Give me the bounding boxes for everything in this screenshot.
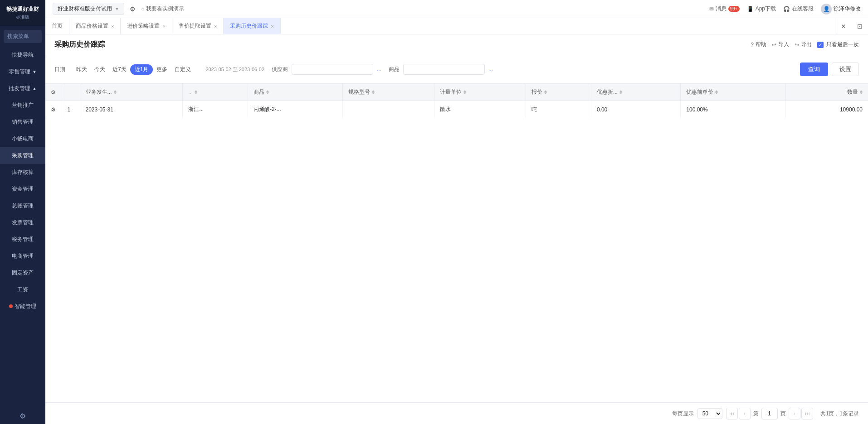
help-button[interactable]: ? 帮助 [751, 41, 766, 48]
sort-date-icon [114, 90, 117, 94]
sidebar-item-retail[interactable]: 零售管理 ▼ [0, 63, 45, 80]
supplier-filter: 供应商 ... [272, 64, 381, 75]
demo-label: 我要看实例演示 [146, 5, 184, 13]
row-unit-price: 10900.00 [785, 101, 868, 118]
date-btn-1month[interactable]: 近1月 [130, 64, 153, 75]
col-quantity[interactable]: 数量 [785, 84, 868, 101]
col-index [62, 84, 80, 101]
page-content: 采购历史价跟踪 ? 帮助 ↩ 导入 ↪ 导出 ✓ 只看最后一次 [45, 34, 868, 424]
sidebar-item-ecom-light[interactable]: 小畅电商 [0, 130, 45, 147]
avatar: 👤 [821, 4, 832, 14]
online-service-button[interactable]: 🎧 在线客服 [783, 5, 814, 13]
product-name: 好业财标准版交付试用 [58, 5, 112, 13]
sidebar-item-finance[interactable]: 资金管理 [0, 181, 45, 198]
date-btn-today[interactable]: 今天 [91, 64, 109, 75]
dropdown-arrow-icon: ▼ [115, 6, 119, 11]
col-spec[interactable]: 规格型号 [342, 84, 434, 101]
tabbar-controls: ✕ ⊡ [835, 18, 868, 34]
sidebar-item-tax[interactable]: 税务管理 [0, 231, 45, 248]
only-last-label: 只看最后一次 [826, 41, 859, 48]
tab-price-close[interactable]: × [111, 24, 114, 29]
first-page-btn[interactable]: ⏮ [726, 408, 738, 419]
tab-home[interactable]: 首页 [45, 18, 69, 34]
col-date[interactable]: 业务发生... [80, 84, 183, 101]
search-menu-button[interactable]: 搜索菜单 [4, 30, 42, 43]
date-btn-7days[interactable]: 近7天 [109, 64, 130, 75]
import-button[interactable]: ↩ 导入 [772, 41, 789, 48]
row-gear[interactable]: ⚙ [45, 101, 62, 118]
sidebar-item-wholesale[interactable]: 批发管理 ▲ [0, 80, 45, 97]
page-suffix-label: 页 [780, 410, 786, 418]
only-last-checkbox[interactable]: ✓ [817, 42, 824, 48]
product-label: 商品 [389, 66, 400, 73]
next-page-btn[interactable]: › [789, 408, 800, 419]
red-dot-icon [9, 304, 13, 308]
tab-price-label: 商品价格设置 [76, 22, 108, 30]
help-label: 帮助 [756, 41, 766, 48]
prev-page-btn[interactable]: ‹ [739, 408, 751, 419]
tab-sale-close[interactable]: × [214, 24, 217, 29]
query-button[interactable]: 查询 [800, 63, 828, 76]
sidebar-item-invoice[interactable]: 发票管理 [0, 214, 45, 231]
sidebar-item-ecom[interactable]: 电商管理 [0, 248, 45, 265]
sidebar-item-payroll[interactable]: 工资 [0, 281, 45, 298]
sidebar-item-purchase[interactable]: 采购管理 [0, 147, 45, 164]
per-page-label: 每页显示 [672, 410, 694, 418]
tab-strategy[interactable]: 进价策略设置 × [121, 18, 172, 34]
tab-history[interactable]: 采购历史价跟踪 × [224, 18, 280, 34]
demo-button[interactable]: 我要看实例演示 [141, 5, 184, 13]
product-input[interactable] [403, 64, 485, 75]
sidebar-item-assets[interactable]: 固定资产 [0, 265, 45, 281]
date-filter-label: 日期 [54, 66, 65, 73]
sort-price-icon [544, 90, 547, 94]
product-filter: 商品 ... [389, 64, 493, 75]
topbar-settings-icon[interactable]: ⚙ [130, 5, 136, 13]
col-gear[interactable]: ⚙ [45, 84, 62, 101]
supplier-input[interactable] [292, 64, 373, 75]
col-price[interactable]: 报价 [526, 84, 591, 101]
settings-button[interactable]: 设置 [832, 63, 859, 76]
sort-discount-icon [619, 90, 622, 94]
message-button[interactable]: ✉ 消息 99+ [709, 5, 740, 13]
tab-sale[interactable]: 售价提取设置 × [172, 18, 224, 34]
col-product[interactable]: 商品 [248, 84, 342, 101]
date-btn-more[interactable]: 更多 [153, 64, 171, 75]
sidebar-item-inventory[interactable]: 库存核算 [0, 164, 45, 181]
tab-sale-label: 售价提取设置 [179, 22, 211, 30]
date-btn-custom[interactable]: 自定义 [171, 64, 195, 75]
col-unit[interactable]: 计量单位 [434, 84, 526, 101]
page-number-input[interactable] [761, 408, 778, 419]
sidebar-item-smart[interactable]: 智能管理 [0, 298, 45, 315]
per-page-select[interactable]: 10 20 50 100 [697, 408, 722, 419]
row-unit: 散水 [434, 101, 526, 118]
pagination-nav: ⏮ ‹ 第 页 › ⏭ [726, 408, 813, 419]
col-extra[interactable]: ... [183, 84, 248, 101]
sidebar-search-area[interactable]: 搜索菜单 [0, 26, 45, 47]
tab-close-button[interactable]: ✕ [835, 18, 852, 34]
tab-strategy-close[interactable]: × [162, 24, 165, 29]
service-label: 在线客服 [792, 5, 814, 13]
col-discount[interactable]: 优惠折... [591, 84, 680, 101]
col-unit-price[interactable]: 优惠前单价 [681, 84, 785, 101]
only-last-check[interactable]: ✓ 只看最后一次 [817, 41, 859, 48]
app-download-button[interactable]: 📱 App下载 [747, 5, 776, 13]
main-area: 好业财标准版交付试用 ▼ ⚙ 我要看实例演示 ✉ 消息 99+ 📱 App下载 … [45, 0, 868, 424]
sidebar-item-marketing[interactable]: 营销推广 [0, 97, 45, 114]
tab-price[interactable]: 商品价格设置 × [69, 18, 121, 34]
sidebar-item-ledger[interactable]: 总账管理 [0, 198, 45, 214]
tab-expand-button[interactable]: ⊡ [852, 18, 868, 34]
date-btn-yesterday[interactable]: 昨天 [73, 64, 91, 75]
page-header: 采购历史价跟踪 ? 帮助 ↩ 导入 ↪ 导出 ✓ 只看最后一次 [45, 34, 868, 55]
pagination-total: 共1页，1条记录 [820, 410, 859, 418]
chevron-down-icon: ▼ [32, 69, 37, 74]
export-button[interactable]: ↪ 导出 [795, 41, 812, 48]
tab-history-close[interactable]: × [271, 24, 273, 29]
settings-icon[interactable]: ⚙ [4, 412, 42, 420]
product-more-btn[interactable]: ... [488, 66, 493, 72]
product-selector[interactable]: 好业财标准版交付试用 ▼ [53, 3, 124, 15]
sidebar-item-quick-nav[interactable]: 快捷导航 [0, 47, 45, 63]
sidebar-item-sales[interactable]: 销售管理 [0, 114, 45, 130]
user-menu-button[interactable]: 👤 徐泽华修改 [821, 4, 861, 14]
supplier-more-btn[interactable]: ... [377, 66, 381, 72]
last-page-btn[interactable]: ⏭ [801, 408, 813, 419]
